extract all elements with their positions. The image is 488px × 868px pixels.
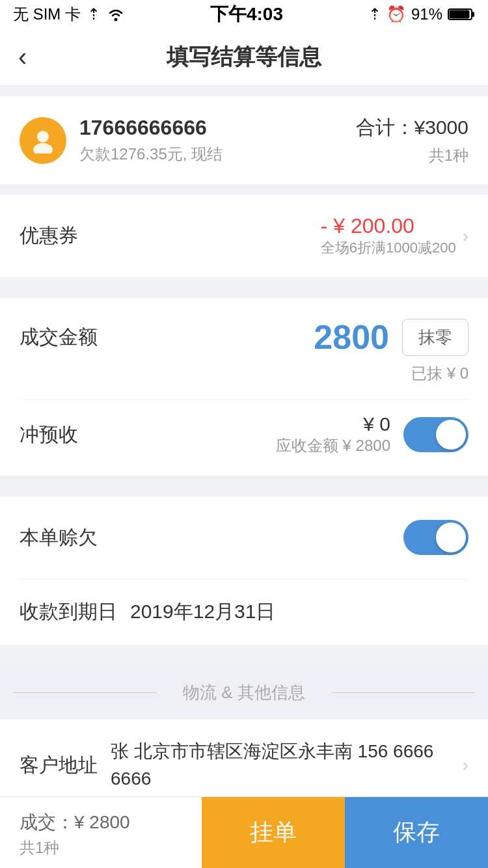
hang-button[interactable]: 挂单: [202, 797, 345, 869]
customer-left: 17666666666 欠款1276.35元, 现结: [20, 116, 223, 165]
battery-icon: [448, 7, 475, 21]
sim-status: 无 SIM 卡: [13, 4, 81, 25]
gap-1: [0, 288, 488, 298]
coupon-desc: 全场6折满1000减200: [321, 238, 456, 258]
nav-bar: ‹ 填写结算等信息: [0, 29, 488, 86]
coupon-label: 优惠券: [20, 223, 78, 249]
total-amount: ¥3000: [414, 116, 468, 138]
coupon-row[interactable]: 优惠券 - ¥ 200.00 全场6折满1000减200 ›: [0, 195, 488, 277]
svg-point-0: [115, 18, 118, 21]
transaction-row: 成交金额 2800 抹零: [0, 298, 488, 363]
address-label: 客户地址: [20, 752, 98, 779]
bill-debt-toggle[interactable]: [403, 520, 468, 555]
coupon-chevron-icon: ›: [463, 226, 468, 247]
customer-card: 17666666666 欠款1276.35元, 现结 合计：¥3000 共1种: [0, 96, 488, 184]
bottom-summary-count: 共1种: [20, 837, 202, 858]
bottom-summary-label: 成交：: [20, 812, 74, 832]
coupon-card[interactable]: 优惠券 - ¥ 200.00 全场6折满1000减200 ›: [0, 195, 488, 277]
location-icon: ⇡: [368, 5, 381, 23]
advance-right: ¥ 0 应收金额 ¥ 2800: [276, 413, 468, 456]
bottom-bar: 成交：¥ 2800 共1种 挂单 保存: [0, 796, 488, 868]
address-chevron-icon: ›: [463, 755, 468, 776]
duedate-label: 收款到期日: [20, 599, 117, 625]
transaction-right: 2800 抹零: [314, 318, 468, 357]
advance-amount: ¥ 0: [276, 413, 390, 435]
svg-point-5: [33, 143, 53, 154]
customer-count: 共1种: [356, 145, 468, 166]
save-button[interactable]: 保存: [345, 797, 488, 869]
bill-row: 本单赊欠: [0, 496, 488, 578]
divider-line-left: [13, 692, 157, 693]
duedate-row: 收款到期日 2019年12月31日: [0, 579, 488, 645]
status-left: 无 SIM 卡 ⇡: [13, 4, 125, 25]
alarm-icon: ⏰: [386, 5, 406, 23]
advance-sub: 应收金额 ¥ 2800: [276, 435, 390, 456]
status-bar: 无 SIM 卡 ⇡ 下午4:03 ⇡ ⏰ 91%: [0, 0, 488, 29]
bottom-summary-amount: 成交：¥ 2800: [20, 807, 202, 835]
bottom-summary: 成交：¥ 2800 共1种: [0, 807, 202, 858]
svg-rect-2: [472, 12, 474, 17]
wifi-signal-icon: [107, 7, 125, 21]
customer-info: 17666666666 欠款1276.35元, 现结: [79, 116, 223, 165]
customer-row: 17666666666 欠款1276.35元, 现结 合计：¥3000 共1种: [0, 96, 488, 184]
avatar: [20, 117, 66, 164]
gap-3: [0, 655, 488, 666]
battery-percent: 91%: [411, 5, 442, 23]
customer-debt: 欠款1276.35元, 现结: [79, 144, 223, 165]
transaction-amount: 2800: [314, 318, 389, 357]
back-button[interactable]: ‹: [18, 42, 27, 72]
advance-toggle[interactable]: [403, 417, 468, 452]
round-button[interactable]: 抹零: [402, 319, 468, 356]
svg-point-4: [37, 131, 49, 142]
bill-debt-card: 本单赊欠 收款到期日 2019年12月31日: [0, 496, 488, 645]
coupon-right: - ¥ 200.00 全场6折满1000减200 ›: [321, 214, 468, 258]
section-divider: 物流 & 其他信息: [0, 666, 488, 720]
status-right: ⇡ ⏰ 91%: [368, 5, 475, 23]
wifi-icon: ⇡: [87, 5, 100, 23]
address-value: 张 北京市市辖区海淀区永丰南 156 6666 6666: [111, 738, 463, 793]
customer-total: 合计：¥3000: [356, 115, 468, 141]
gap-2: [0, 486, 488, 496]
svg-rect-3: [449, 10, 469, 19]
bottom-amount-value: ¥ 2800: [74, 812, 130, 832]
coupon-amount: - ¥ 200.00: [321, 214, 456, 238]
section-divider-text: 物流 & 其他信息: [170, 681, 318, 704]
transaction-label: 成交金额: [20, 324, 98, 351]
customer-phone: 17666666666: [79, 116, 223, 140]
duedate-value: 2019年12月31日: [130, 599, 275, 625]
transaction-section: 成交金额 2800 抹零 已抹 ¥ 0 冲预收 ¥ 0 应收金额 ¥ 2800: [0, 298, 488, 476]
page-title: 填写结算等信息: [167, 42, 321, 72]
advance-label: 冲预收: [20, 422, 78, 448]
status-time: 下午4:03: [210, 2, 283, 27]
divider-line-right: [331, 692, 475, 693]
advance-row: 冲预收 ¥ 0 应收金额 ¥ 2800: [0, 400, 488, 476]
customer-total-area: 合计：¥3000 共1种: [356, 115, 468, 166]
bill-label: 本单赊欠: [20, 524, 98, 551]
total-label: 合计：: [356, 116, 414, 138]
transaction-sub: 已抹 ¥ 0: [0, 363, 488, 400]
advance-amount-col: ¥ 0 应收金额 ¥ 2800: [276, 413, 390, 456]
